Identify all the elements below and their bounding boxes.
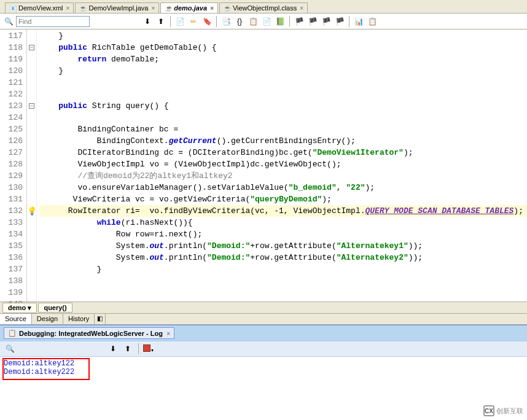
- watermark-text: 创新互联: [496, 406, 523, 416]
- tab-demoview-xml[interactable]: 📧DemoView.xml×: [5, 2, 74, 13]
- close-icon[interactable]: ×: [210, 5, 214, 12]
- nav-up-icon[interactable]: ⬆: [122, 343, 134, 355]
- tab-label: demo.java: [174, 4, 207, 12]
- java-file-icon: ☕: [79, 5, 87, 12]
- log-panel: 📋 Debugging: IntegratedWebLogicServer - …: [0, 325, 527, 406]
- breadcrumb-class[interactable]: demo ▾: [2, 303, 37, 313]
- tab-source[interactable]: Source: [0, 314, 32, 324]
- close-icon[interactable]: ×: [151, 5, 155, 12]
- breadcrumb-bar: demo ▾ query(): [0, 301, 527, 314]
- close-icon[interactable]: ×: [166, 330, 170, 337]
- tab-demo-java[interactable]: ☕demo.java×: [160, 2, 218, 13]
- doc2-icon[interactable]: 📄: [260, 15, 273, 28]
- editor-toolbar: 🔍 ⬇ ⬆ 📄 ✏ 🔖 📑 {} 📋 📄 📗 🏴 🏴 🏴 🏴 📊 📋: [0, 14, 527, 29]
- flag1-icon[interactable]: 🏴: [293, 15, 305, 28]
- code-content[interactable]: } public RichTable getDemoTable() { retu…: [37, 29, 527, 301]
- java-file-icon: ☕: [165, 5, 172, 12]
- doc1-icon[interactable]: 📋: [247, 15, 259, 28]
- tab-label: DemoView.xml: [18, 4, 63, 12]
- nav-down-icon[interactable]: ⬇: [107, 343, 119, 355]
- highlight-icon[interactable]: 📄: [174, 15, 186, 28]
- log-tab[interactable]: 📋 Debugging: IntegratedWebLogicServer - …: [4, 327, 174, 339]
- nav-down-icon[interactable]: ⬇: [141, 15, 154, 28]
- tab-demoviewimpl[interactable]: ☕DemoViewImpl.java×: [75, 2, 159, 13]
- xml-file-icon: 📧: [9, 5, 17, 12]
- search-icon[interactable]: 🔍: [4, 343, 16, 355]
- search-icon[interactable]: 🔍: [2, 15, 15, 28]
- tab-design[interactable]: Design: [32, 314, 63, 324]
- tab-viewobjectimpl[interactable]: ☕ViewObjectImpl.class×: [219, 2, 308, 13]
- line-number-gutter: 1171181191201211221231241251261271281291…: [0, 29, 27, 301]
- watermark-logo-icon: CX: [483, 405, 494, 416]
- log-toolbar: 🔍 ⬇ ⬆ ▾: [0, 341, 527, 357]
- chart-icon[interactable]: 📊: [353, 15, 365, 28]
- tab-history[interactable]: History: [63, 314, 95, 324]
- bookmark-icon[interactable]: 🔖: [201, 15, 213, 28]
- highlight-box: [2, 358, 90, 380]
- stop-button[interactable]: ▾: [143, 344, 154, 354]
- doc3-icon[interactable]: 📗: [274, 15, 286, 28]
- tab-label: DemoViewImpl.java: [88, 4, 148, 12]
- flag3-icon[interactable]: 🏴: [320, 15, 332, 28]
- editor-view-tabs: Source Design History ◧: [0, 314, 527, 325]
- block-icon[interactable]: 📑: [220, 15, 232, 28]
- log-tab-title: Debugging: IntegratedWebLogicServer - Lo…: [19, 330, 163, 337]
- edit-icon[interactable]: ✏: [187, 15, 200, 28]
- fold-column: − − 💡: [27, 29, 37, 301]
- flag4-icon[interactable]: 🏴: [334, 15, 346, 28]
- close-icon[interactable]: ×: [300, 5, 303, 12]
- close-icon[interactable]: ×: [66, 5, 70, 12]
- tab-label: ViewObjectImpl.class: [233, 4, 297, 12]
- nav-up-icon[interactable]: ⬆: [155, 15, 167, 28]
- editor-tabs: 📧DemoView.xml× ☕DemoViewImpl.java× ☕demo…: [0, 0, 527, 14]
- braces-icon[interactable]: {}: [233, 15, 246, 28]
- flag2-icon[interactable]: 🏴: [306, 15, 319, 28]
- watermark: CX 创新互联: [483, 405, 523, 416]
- code-editor[interactable]: 1171181191201211221231241251261271281291…: [0, 29, 527, 301]
- clipboard-icon[interactable]: 📋: [366, 15, 378, 28]
- breadcrumb-method[interactable]: query(): [38, 303, 72, 313]
- log-output[interactable]: Demoid:altkey122 Demoid:altkey222: [0, 357, 527, 406]
- log-icon: 📋: [8, 329, 17, 337]
- find-input[interactable]: [16, 16, 90, 27]
- tab-menu-icon[interactable]: ◧: [95, 314, 106, 324]
- class-file-icon: ☕: [224, 5, 231, 12]
